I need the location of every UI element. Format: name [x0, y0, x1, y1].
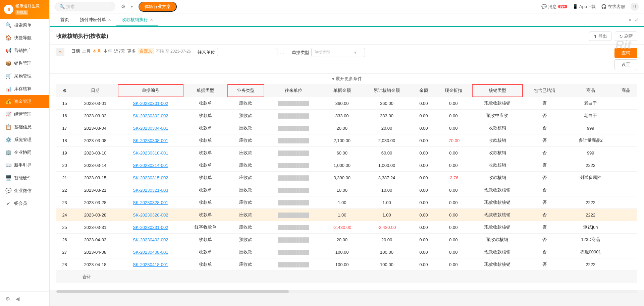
- table-scrollbar-thumb[interactable]: [56, 290, 289, 293]
- cell-cash-discount: 0.00: [435, 184, 472, 196]
- sidebar-item-label: 销售管理: [14, 60, 32, 66]
- cell-verify-type: 收款核销: [472, 134, 523, 147]
- sidebar-item-quick-nav[interactable]: 🏠 快捷导航: [0, 32, 49, 44]
- date-last-month[interactable]: 上月: [82, 48, 91, 54]
- cell-cash-discount: 0.00: [435, 110, 472, 122]
- close-tab-icon[interactable]: ✕: [628, 17, 632, 22]
- sidebar-item-label: 营销推广: [14, 48, 32, 54]
- date-this-year[interactable]: 本年: [103, 48, 112, 54]
- cell-doc-no[interactable]: SK-20230408-001: [118, 246, 183, 258]
- user-avatar[interactable]: U: [631, 3, 639, 11]
- cell-doc-no[interactable]: SK-20230310-001: [118, 147, 183, 159]
- header-row: ⚙ 日期 单据编号 单据类型 业务类型 往来单位 单据金额 累计核销金额 余额 …: [56, 84, 637, 97]
- doc-type-select[interactable]: 单据类型 ▾: [311, 48, 365, 57]
- cell-doc-type: 收款单: [183, 122, 227, 134]
- member-icon: ✓: [5, 200, 11, 206]
- expand-tab-icon[interactable]: ⤢: [635, 17, 639, 22]
- industry-solution-btn[interactable]: 体验行业方案: [139, 2, 177, 12]
- sidebar-item-system[interactable]: ⚙️ 系统管理: [0, 133, 49, 146]
- tab-payable-close-icon[interactable]: ✕: [108, 18, 111, 22]
- cell-doc-no[interactable]: SK-20230328-001: [118, 196, 183, 209]
- date-filter-group: 日期 上月 本月 本年 近7天 更多 自定义 不限 至 2023-07-26: [71, 48, 191, 54]
- cell-verify-type: 预收中应收: [472, 110, 523, 122]
- sidebar-item-sales[interactable]: 📦 销售管理: [0, 57, 49, 70]
- table-totals-row: 合计: [56, 271, 637, 283]
- table-row: 192023-03-10SK-20230310-001收款单应收款███████…: [56, 147, 637, 159]
- cell-amount: 60.00: [323, 147, 361, 159]
- sidebar-item-member[interactable]: ✓ 畅会员: [0, 197, 49, 210]
- collapse-icon[interactable]: ◀: [15, 296, 19, 302]
- cell-doc-no[interactable]: SK-20230304-001: [118, 122, 183, 134]
- cell-doc-no[interactable]: SK-20230308-001: [118, 134, 183, 147]
- cell-doc-no[interactable]: SK-20230321-003: [118, 184, 183, 196]
- cell-doc-type: 收款单: [183, 184, 227, 196]
- cell-verify-type: 收款核销: [472, 147, 523, 159]
- date-custom-btn[interactable]: 自定义: [138, 48, 154, 54]
- sidebar-item-marketing[interactable]: 📢 营销推广: [0, 44, 49, 57]
- cell-biz-type: 应收款: [227, 196, 264, 209]
- filter-expand-btn[interactable]: »: [56, 48, 64, 56]
- date-last-7-days[interactable]: 近7天: [114, 48, 125, 54]
- cell-doc-no[interactable]: SK-20230331-002: [118, 221, 183, 234]
- export-btn[interactable]: ⬆ 导出: [589, 32, 611, 41]
- cell-biz-type: 应收款: [227, 246, 264, 258]
- message-badge: 99+: [558, 5, 567, 8]
- sidebar-item-enterprise[interactable]: 🏢 企业协同: [0, 146, 49, 159]
- cell-doc-no[interactable]: SK-20230302-002: [118, 110, 183, 122]
- sidebar-item-search[interactable]: 🔍 搜索菜单: [0, 19, 49, 32]
- topbar-left: 🔍 搜索 ⚙ ▾ 体验行业方案: [55, 2, 536, 12]
- service-label: 在线客服: [608, 4, 625, 10]
- date-filter-options: 上月 本月 本年 近7天 更多 自定义: [82, 48, 154, 54]
- table-horizontal-scrollbar[interactable]: [56, 290, 637, 293]
- tab-payable[interactable]: 预付冲应付单 ✕: [74, 14, 116, 26]
- app-download-btn[interactable]: 📱 App下载: [573, 4, 596, 10]
- tab-home[interactable]: 首页: [55, 14, 74, 26]
- party-input[interactable]: [217, 48, 277, 56]
- sidebar-item-hardware[interactable]: 🖥️ 智能硬件: [0, 172, 49, 184]
- th-cash-discount: 现金折扣: [435, 84, 472, 97]
- cell-doc-no[interactable]: SK-20230315-002: [118, 172, 183, 184]
- cell-doc-no[interactable]: SK-20230403-002: [118, 234, 183, 246]
- online-service-btn[interactable]: 🎧 在线客服: [601, 4, 625, 10]
- cell-doc-no[interactable]: SK-20230418-001: [118, 258, 183, 271]
- sidebar-item-inventory[interactable]: 📊 库存核算: [0, 82, 49, 95]
- sidebar-item-finance[interactable]: 💰 资金管理: [0, 95, 49, 108]
- sidebar-item-label: 快捷导航: [14, 35, 32, 41]
- doc-type-placeholder: 单据类型: [314, 50, 330, 55]
- sidebar-item-guide[interactable]: 📖 新手引导: [0, 159, 49, 172]
- settings-icon[interactable]: ⚙: [5, 296, 10, 302]
- cell-balance: 0.00: [412, 184, 435, 196]
- cell-include-cleared: 否: [523, 159, 567, 172]
- cell-biz-type: 应收款: [227, 97, 264, 110]
- tab-collection-close-icon[interactable]: ✕: [150, 18, 153, 22]
- cell-balance: 0.00: [412, 172, 435, 184]
- dropdown-icon[interactable]: ▾: [131, 4, 133, 9]
- refresh-btn[interactable]: ↻ 刷新: [615, 32, 637, 41]
- sidebar-item-purchase[interactable]: 🛒 采购管理: [0, 70, 49, 82]
- cell-product2: [614, 97, 637, 110]
- cell-doc-no[interactable]: SK-20230314-001: [118, 159, 183, 172]
- cell-total-verify: 1,000.00: [361, 159, 412, 172]
- message-btn[interactable]: 💬 消息 99+: [541, 4, 567, 10]
- tab-collection[interactable]: 收款核销执行 ✕: [116, 14, 158, 26]
- query-btn[interactable]: 查询: [614, 48, 637, 58]
- sidebar-item-wechat[interactable]: 💬 企业微信: [0, 184, 49, 197]
- tab-payable-label: 预付冲应付单: [80, 17, 106, 23]
- cell-doc-no[interactable]: SK-20230328-002: [118, 209, 183, 221]
- date-this-month[interactable]: 本月: [93, 48, 101, 54]
- cell-doc-no[interactable]: SK-20230301-002: [118, 97, 183, 110]
- cell-product: 999: [567, 122, 614, 134]
- cell-product2: [614, 196, 637, 209]
- filter-settings-btn[interactable]: 设置: [614, 59, 637, 70]
- cell-balance: 0.00: [412, 246, 435, 258]
- expand-more-btn[interactable]: ▾ 展开更多条件: [332, 76, 362, 82]
- sidebar-item-basic[interactable]: 📋 基础信息: [0, 121, 49, 133]
- date-more[interactable]: 更多: [127, 48, 136, 54]
- global-search-input[interactable]: 🔍 搜索: [55, 2, 115, 11]
- cell-include-cleared: 否: [523, 184, 567, 196]
- settings-btn[interactable]: ⚙: [121, 3, 125, 10]
- cell-product2: [614, 184, 637, 196]
- sidebar-footer: ⚙ ◀: [0, 291, 49, 306]
- cell-product2: [614, 221, 637, 234]
- sidebar-item-operations[interactable]: 📈 经营管理: [0, 108, 49, 121]
